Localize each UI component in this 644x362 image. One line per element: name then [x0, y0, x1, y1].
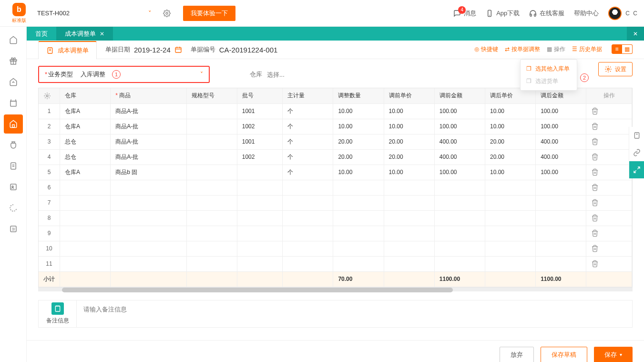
sidebar-upload[interactable]: [4, 72, 23, 92]
tab-cost-adjust[interactable]: 成本调整单 ✕: [56, 27, 113, 41]
cell-unit[interactable]: [283, 210, 333, 226]
cell-unit[interactable]: 个: [283, 134, 333, 149]
table-row[interactable]: 10: [39, 241, 632, 256]
warehouse-filter[interactable]: 仓库: [250, 70, 362, 79]
cell-pre-amount[interactable]: [434, 226, 485, 241]
cell-spec[interactable]: [186, 149, 237, 165]
col-pre-amount[interactable]: 调前金额: [434, 88, 485, 103]
cell-spec[interactable]: [186, 195, 237, 210]
sidebar-home[interactable]: [4, 31, 23, 50]
cell-post-price[interactable]: 20.00: [485, 149, 535, 165]
horizontal-scrollbar[interactable]: [38, 288, 633, 291]
cell-warehouse[interactable]: 总仓: [60, 149, 111, 165]
cell-post-amount[interactable]: 400.00: [536, 149, 586, 165]
cell-post-amount[interactable]: [536, 226, 586, 241]
cell-post-price[interactable]: [485, 256, 535, 271]
cell-post-price[interactable]: [485, 226, 535, 241]
save-button[interactable]: 保存▾: [594, 347, 633, 362]
cell-product[interactable]: 商品A-批: [111, 134, 186, 149]
cell-post-amount[interactable]: 100.00: [536, 119, 586, 134]
cell-unit[interactable]: 个: [283, 119, 333, 134]
row-delete-button[interactable]: [586, 195, 632, 210]
cell-pre-amount[interactable]: [434, 210, 485, 226]
sidebar-warehouse[interactable]: [4, 114, 23, 134]
cell-spec[interactable]: [186, 119, 237, 134]
cell-post-price[interactable]: [485, 241, 535, 256]
biz-type-select[interactable]: *业务类型 入库调整 1 ˅: [38, 66, 210, 83]
cell-pre-amount[interactable]: 100.00: [434, 165, 485, 180]
row-delete-button[interactable]: [586, 180, 632, 195]
sidebar-contact[interactable]: [4, 177, 23, 197]
save-draft-button[interactable]: 保存草稿: [541, 347, 587, 362]
sidebar-clipboard[interactable]: [4, 156, 23, 176]
cell-spec[interactable]: [186, 226, 237, 241]
cell-product[interactable]: [111, 241, 186, 256]
cell-warehouse[interactable]: [60, 256, 111, 271]
cell-pre-price[interactable]: [384, 180, 434, 195]
cell-spec[interactable]: [186, 210, 237, 226]
col-warehouse[interactable]: 仓库: [60, 88, 111, 103]
sidebar-money[interactable]: [4, 135, 23, 155]
cell-unit[interactable]: [283, 195, 333, 210]
table-row[interactable]: 5仓库A商品b 固个10.0010.00100.0010.00100.00: [39, 165, 632, 180]
rail-fullscreen[interactable]: [629, 161, 644, 178]
history-button[interactable]: ☰历史单据: [572, 45, 602, 53]
cell-warehouse[interactable]: [60, 226, 111, 241]
cell-post-amount[interactable]: [536, 256, 586, 271]
cell-post-amount[interactable]: [536, 180, 586, 195]
cell-adj-qty[interactable]: 20.00: [333, 134, 384, 149]
row-delete-button[interactable]: [586, 226, 632, 241]
table-row[interactable]: 4总仓商品A-批1002个20.0020.00400.0020.00400.00: [39, 149, 632, 165]
cell-unit[interactable]: 个: [283, 165, 333, 180]
cell-product[interactable]: [111, 210, 186, 226]
cell-batch[interactable]: 1002: [237, 149, 283, 165]
cell-warehouse[interactable]: 总仓: [60, 134, 111, 149]
cell-post-price[interactable]: [485, 195, 535, 210]
cell-product[interactable]: [111, 180, 186, 195]
org-select[interactable]: TEST-H002 ˅: [32, 6, 156, 21]
cell-pre-price[interactable]: 10.00: [384, 103, 434, 119]
cell-unit[interactable]: [283, 180, 333, 195]
cell-pre-price[interactable]: [384, 210, 434, 226]
cell-batch[interactable]: [237, 256, 283, 271]
cell-spec[interactable]: [186, 256, 237, 271]
cell-adj-qty[interactable]: 10.00: [333, 165, 384, 180]
table-row[interactable]: 11: [39, 256, 632, 271]
cell-pre-price[interactable]: [384, 256, 434, 271]
cell-warehouse[interactable]: 仓库A: [60, 165, 111, 180]
sidebar-new[interactable]: 新: [4, 219, 23, 238]
cell-unit[interactable]: [283, 241, 333, 256]
doc-type-tab[interactable]: 成本调整单: [38, 41, 97, 59]
cell-pre-amount[interactable]: [434, 256, 485, 271]
cell-post-amount[interactable]: [536, 241, 586, 256]
cell-post-amount[interactable]: [536, 210, 586, 226]
table-row[interactable]: 2仓库A商品A-批1002个10.0010.00100.0010.00100.0…: [39, 119, 632, 134]
view-grid-button[interactable]: ▦: [622, 44, 633, 54]
cell-pre-amount[interactable]: 400.00: [434, 134, 485, 149]
cell-post-amount[interactable]: 400.00: [536, 134, 586, 149]
cell-product[interactable]: [111, 256, 186, 271]
cell-post-price[interactable]: 10.00: [485, 165, 535, 180]
sidebar-gift[interactable]: [4, 52, 23, 71]
cell-adj-qty[interactable]: [333, 210, 384, 226]
adjust-by-bill-button[interactable]: ⇄按单据调整: [505, 45, 540, 53]
table-row[interactable]: 6: [39, 180, 632, 195]
cell-pre-amount[interactable]: 100.00: [434, 103, 485, 119]
support-button[interactable]: 在线客服: [529, 9, 564, 18]
cell-pre-price[interactable]: 10.00: [384, 165, 434, 180]
cell-post-amount[interactable]: 100.00: [536, 165, 586, 180]
row-delete-button[interactable]: [586, 256, 632, 271]
cell-product[interactable]: 商品A-批: [111, 119, 186, 134]
close-icon[interactable]: ✕: [100, 31, 104, 37]
cell-batch[interactable]: 1001: [237, 103, 283, 119]
warehouse-input[interactable]: [267, 71, 362, 78]
cell-pre-amount[interactable]: 100.00: [434, 119, 485, 134]
cell-unit[interactable]: 个: [283, 103, 333, 119]
cell-batch[interactable]: [237, 165, 283, 180]
cell-warehouse[interactable]: [60, 180, 111, 195]
cell-post-price[interactable]: [485, 210, 535, 226]
cell-post-price[interactable]: 10.00: [485, 119, 535, 134]
cell-batch[interactable]: 1001: [237, 134, 283, 149]
avatar[interactable]: [608, 7, 622, 20]
row-delete-button[interactable]: [586, 103, 632, 119]
